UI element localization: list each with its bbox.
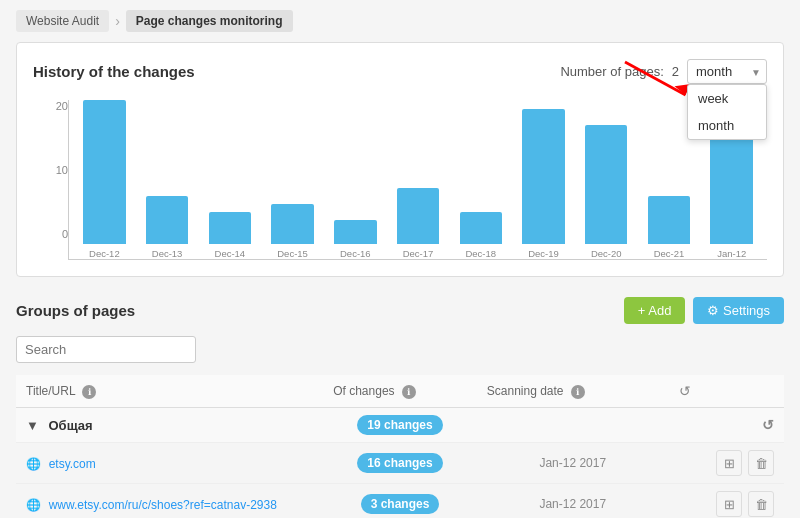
groups-actions: + Add ⚙ Settings — [624, 297, 784, 324]
grid-icon-1[interactable]: ⊞ — [716, 450, 742, 476]
search-input[interactable] — [16, 336, 196, 363]
bar-Dec-20[interactable] — [585, 125, 628, 244]
globe-icon-1: 🌐 — [26, 457, 41, 471]
item-url-link-1[interactable]: etsy.com — [49, 457, 96, 471]
bar-group-Dec-13: Dec-13 — [137, 100, 198, 259]
group-refresh-icon[interactable]: ↺ — [762, 417, 774, 433]
main-content: History of the changes Number of pages: … — [0, 42, 800, 518]
bar-chart: Dec-12Dec-13Dec-14Dec-15Dec-16Dec-17Dec-… — [68, 100, 767, 260]
groups-title: Groups of pages — [16, 302, 135, 319]
item-url-cell-2: 🌐 www.etsy.com/ru/c/shoes?ref=catnav-293… — [16, 484, 323, 519]
bar-group-Dec-18: Dec-18 — [450, 100, 511, 259]
y-label-10: 10 — [56, 164, 68, 176]
col-header-actions: ↺ — [669, 375, 784, 408]
bar-label-Dec-12: Dec-12 — [89, 248, 120, 259]
item-actions-cell-2: ⊞ 🗑 — [669, 484, 784, 519]
title-info-icon[interactable]: ℹ — [82, 385, 96, 399]
bar-label-Dec-15: Dec-15 — [277, 248, 308, 259]
item-changes-badge-1: 16 changes — [357, 453, 442, 473]
refresh-all-icon[interactable]: ↺ — [679, 383, 691, 399]
bar-label-Dec-13: Dec-13 — [152, 248, 183, 259]
bar-Dec-15[interactable] — [271, 204, 314, 244]
group-toggle-icon[interactable]: ▼ — [26, 418, 39, 433]
group-row-obschaya: ▼ Общая 19 changes ↺ — [16, 408, 784, 443]
item-actions-cell-1: ⊞ 🗑 — [669, 443, 784, 484]
bar-label-Dec-20: Dec-20 — [591, 248, 622, 259]
bar-Dec-18[interactable] — [460, 212, 503, 244]
bar-chart-container: 20 10 0 Dec-12Dec-13Dec-14Dec-15Dec-16De… — [43, 100, 767, 260]
trash-icon-2[interactable]: 🗑 — [748, 491, 774, 517]
number-of-pages-value: 2 — [672, 64, 679, 79]
dropdown-option-week[interactable]: week — [688, 85, 766, 112]
chart-controls: Number of pages: 2 week month ▼ week mon… — [560, 59, 767, 84]
period-select[interactable]: week month — [687, 59, 767, 84]
chart-section: History of the changes Number of pages: … — [16, 42, 784, 277]
bar-group-Dec-16: Dec-16 — [325, 100, 386, 259]
bar-label-Dec-17: Dec-17 — [403, 248, 434, 259]
scan-info-icon[interactable]: ℹ — [571, 385, 585, 399]
chart-header: History of the changes Number of pages: … — [33, 59, 767, 84]
item-changes-cell-1: 16 changes — [323, 443, 477, 484]
y-axis: 20 10 0 — [43, 100, 68, 260]
groups-section: Groups of pages + Add ⚙ Settings Title/U… — [16, 297, 784, 518]
bar-group-Dec-20: Dec-20 — [576, 100, 637, 259]
bar-Dec-13[interactable] — [146, 196, 189, 244]
item-url-cell-1: 🌐 etsy.com — [16, 443, 323, 484]
item-url-link-2[interactable]: www.etsy.com/ru/c/shoes?ref=catnav-2938 — [49, 498, 277, 512]
bar-group-Dec-17: Dec-17 — [388, 100, 449, 259]
bar-label-Dec-18: Dec-18 — [465, 248, 496, 259]
group-actions-cell: ↺ — [669, 408, 784, 443]
bar-Dec-16[interactable] — [334, 220, 377, 244]
group-changes-badge: 19 changes — [357, 415, 442, 435]
settings-button[interactable]: ⚙ Settings — [693, 297, 784, 324]
changes-info-icon[interactable]: ℹ — [402, 385, 416, 399]
item-changes-cell-2: 3 changes — [323, 484, 477, 519]
group-name-cell: ▼ Общая — [16, 408, 323, 443]
period-dropdown[interactable]: week month ▼ week month — [687, 59, 767, 84]
breadcrumb-arrow-icon: › — [115, 13, 120, 29]
bar-group-Dec-19: Dec-19 — [513, 100, 574, 259]
table-header: Title/URL ℹ Of changes ℹ Scanning date ℹ… — [16, 375, 784, 408]
item-scan-cell-1: Jan-12 2017 — [477, 443, 669, 484]
breadcrumb-page-changes[interactable]: Page changes monitoring — [126, 10, 293, 32]
chart-title: History of the changes — [33, 63, 195, 80]
pages-table: Title/URL ℹ Of changes ℹ Scanning date ℹ… — [16, 375, 784, 518]
col-header-title: Title/URL ℹ — [16, 375, 323, 408]
globe-icon-2: 🌐 — [26, 498, 41, 512]
group-name: Общая — [49, 418, 93, 433]
bar-label-Dec-16: Dec-16 — [340, 248, 371, 259]
table-body: ▼ Общая 19 changes ↺ 🌐 etsy.com — [16, 408, 784, 519]
dropdown-option-month[interactable]: month — [688, 112, 766, 139]
bar-group-Dec-14: Dec-14 — [199, 100, 260, 259]
bar-label-Dec-21: Dec-21 — [654, 248, 685, 259]
item-changes-badge-2: 3 changes — [361, 494, 440, 514]
add-button[interactable]: + Add — [624, 297, 686, 324]
bar-label-Dec-14: Dec-14 — [215, 248, 246, 259]
bar-Dec-21[interactable] — [648, 196, 691, 244]
col-header-changes: Of changes ℹ — [323, 375, 477, 408]
item-scan-cell-2: Jan-12 2017 — [477, 484, 669, 519]
col-header-scan: Scanning date ℹ — [477, 375, 669, 408]
bar-group-Dec-15: Dec-15 — [262, 100, 323, 259]
y-label-20: 20 — [56, 100, 68, 112]
table-row: 🌐 etsy.com 16 changes Jan-12 2017 ⊞ 🗑 — [16, 443, 784, 484]
grid-icon-2[interactable]: ⊞ — [716, 491, 742, 517]
group-changes-cell: 19 changes — [323, 408, 477, 443]
bar-Dec-12[interactable] — [83, 100, 126, 244]
breadcrumb-website-audit[interactable]: Website Audit — [16, 10, 109, 32]
bar-Dec-17[interactable] — [397, 188, 440, 244]
group-scan-cell — [477, 408, 669, 443]
groups-header: Groups of pages + Add ⚙ Settings — [16, 297, 784, 324]
dropdown-menu: week month — [687, 84, 767, 140]
bar-label-Jan-12: Jan-12 — [717, 248, 746, 259]
bar-label-Dec-19: Dec-19 — [528, 248, 559, 259]
bar-group-Dec-12: Dec-12 — [74, 100, 135, 259]
number-of-pages-label: Number of pages: — [560, 64, 663, 79]
trash-icon-1[interactable]: 🗑 — [748, 450, 774, 476]
breadcrumb: Website Audit › Page changes monitoring — [0, 0, 800, 42]
bar-Dec-14[interactable] — [209, 212, 252, 244]
table-row: 🌐 www.etsy.com/ru/c/shoes?ref=catnav-293… — [16, 484, 784, 519]
bar-Dec-19[interactable] — [522, 109, 565, 244]
